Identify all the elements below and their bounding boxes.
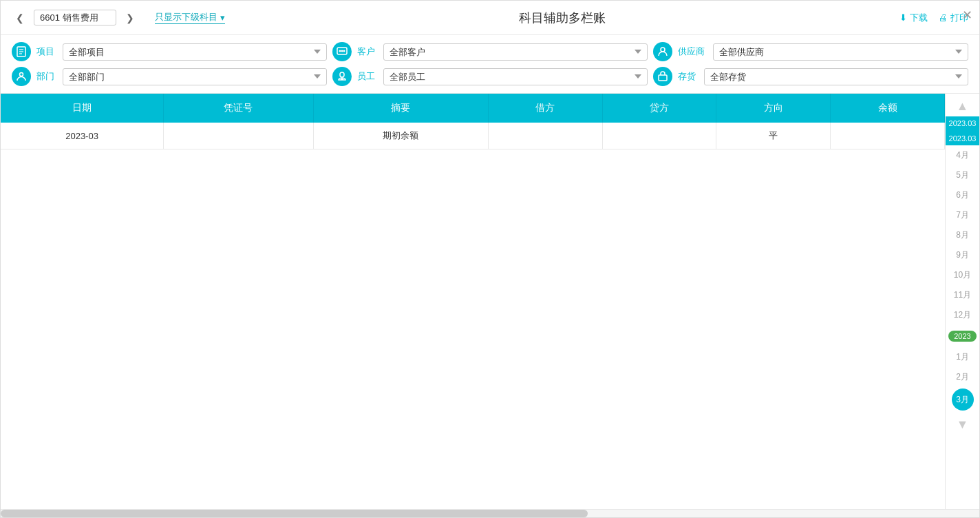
timeline-month-4[interactable]: 4月 (946, 145, 979, 165)
timeline-month-3-active[interactable]: 3月 (952, 388, 974, 411)
project-icon (12, 42, 31, 61)
col-date: 日期 (1, 94, 164, 123)
print-icon: 🖨 (939, 12, 948, 23)
project-select[interactable]: 全部项目 (63, 43, 327, 61)
filter-area: 项目 全部项目 客户 全部客户 供应商 全部供应商 (1, 35, 979, 94)
col-direction: 方向 (716, 94, 831, 123)
customer-filter-item: 客户 全部客户 (332, 42, 648, 61)
timeline-month-8[interactable]: 8月 (946, 225, 979, 245)
col-debit: 借方 (488, 94, 602, 123)
cell-debit (488, 123, 602, 149)
timeline-month-1[interactable]: 1月 (946, 347, 979, 367)
inventory-icon (653, 67, 672, 86)
col-voucher: 凭证号 (164, 94, 313, 123)
svg-point-9 (20, 73, 23, 76)
timeline-nav-up[interactable]: ▲ (954, 96, 972, 116)
department-icon (12, 67, 31, 86)
timeline: ▲ 2023.03 2023.03 4月 5月 6月 7月 8月 9月 10月 … (945, 94, 979, 509)
table-row: 2023-03 期初余额 平 (1, 123, 945, 149)
inventory-filter-item: 存货 全部存货 (653, 67, 968, 86)
ledger-table: 日期 凭证号 摘要 借方 贷方 方向 余额 2023-03 期初余额 (1, 94, 945, 149)
svg-rect-11 (341, 79, 343, 80)
horizontal-scrollbar[interactable] (1, 509, 979, 517)
supplier-label: 供应商 (678, 45, 705, 58)
cell-summary: 期初余额 (313, 123, 488, 149)
main-window: ✕ ❮ ❯ 只显示下级科目 ▾ 科目辅助多栏账 ⬇ 下载 🖨 打印 (0, 0, 980, 518)
supplier-select[interactable]: 全部供应商 (713, 43, 968, 61)
title-bar: ❮ ❯ 只显示下级科目 ▾ 科目辅助多栏账 ⬇ 下载 🖨 打印 (1, 1, 979, 35)
col-credit: 贷方 (602, 94, 716, 123)
svg-rect-12 (659, 75, 667, 81)
scrollbar-thumb[interactable] (1, 510, 588, 517)
employee-filter-item: 员工 全部员工 (332, 67, 648, 86)
download-icon: ⬇ (899, 12, 907, 23)
customer-icon (332, 42, 352, 61)
table-header-row: 日期 凭证号 摘要 借方 贷方 方向 余额 (1, 94, 945, 123)
account-code-input[interactable] (34, 10, 116, 25)
page-title: 科目辅助多栏账 (225, 10, 899, 26)
cell-date: 2023-03 (1, 123, 164, 149)
project-label: 项目 (36, 45, 54, 58)
inventory-label: 存货 (678, 70, 696, 83)
show-sub-label[interactable]: 只显示下级科目 ▾ (155, 11, 225, 24)
col-summary: 摘要 (313, 94, 488, 123)
employee-label: 员工 (357, 70, 375, 83)
prev-account-button[interactable]: ❮ (12, 11, 28, 25)
timeline-month-9[interactable]: 9月 (946, 245, 979, 265)
timeline-month-12[interactable]: 12月 (946, 305, 979, 325)
year-badge-2023[interactable]: 2023 (948, 331, 976, 342)
timeline-month-2[interactable]: 2月 (946, 367, 979, 387)
timeline-nav-down[interactable]: ▼ (954, 415, 972, 435)
timeline-month-6[interactable]: 6月 (946, 185, 979, 205)
cell-direction: 平 (716, 123, 831, 149)
svg-point-5 (339, 50, 341, 52)
department-select[interactable]: 全部部门 (63, 68, 327, 85)
timeline-section-2[interactable]: 2023.03 (946, 132, 979, 145)
title-bar-left: ❮ ❯ 只显示下级科目 ▾ (12, 10, 225, 25)
download-label: 下载 (910, 12, 928, 24)
department-label: 部门 (36, 70, 54, 83)
cell-balance (831, 123, 945, 149)
inventory-select[interactable]: 全部存货 (704, 68, 968, 85)
supplier-icon (653, 42, 672, 61)
timeline-month-5[interactable]: 5月 (946, 165, 979, 185)
department-filter-item: 部门 全部部门 (12, 67, 327, 86)
table-container: 日期 凭证号 摘要 借方 贷方 方向 余额 2023-03 期初余额 (1, 94, 979, 509)
table-main[interactable]: 日期 凭证号 摘要 借方 贷方 方向 余额 2023-03 期初余额 (1, 94, 945, 509)
employee-select[interactable]: 全部员工 (383, 68, 648, 85)
customer-select[interactable]: 全部客户 (383, 43, 648, 61)
title-bar-right: ⬇ 下载 🖨 打印 (899, 12, 968, 24)
next-account-button[interactable]: ❯ (122, 11, 138, 25)
timeline-month-10[interactable]: 10月 (946, 265, 979, 285)
customer-label: 客户 (357, 45, 375, 58)
col-balance: 余额 (831, 94, 945, 123)
supplier-filter-item: 供应商 全部供应商 (653, 42, 968, 61)
svg-point-6 (341, 50, 343, 52)
timeline-month-11[interactable]: 11月 (946, 285, 979, 305)
timeline-section-1[interactable]: 2023.03 (946, 116, 979, 130)
download-button[interactable]: ⬇ 下载 (899, 12, 928, 24)
svg-point-7 (343, 50, 345, 52)
close-button[interactable]: ✕ (962, 8, 972, 23)
cell-credit (602, 123, 716, 149)
project-filter-item: 项目 全部项目 (12, 42, 327, 61)
employee-icon (332, 67, 352, 86)
cell-voucher (164, 123, 313, 149)
timeline-month-7[interactable]: 7月 (946, 205, 979, 225)
svg-rect-10 (340, 72, 344, 77)
svg-point-8 (661, 48, 665, 52)
